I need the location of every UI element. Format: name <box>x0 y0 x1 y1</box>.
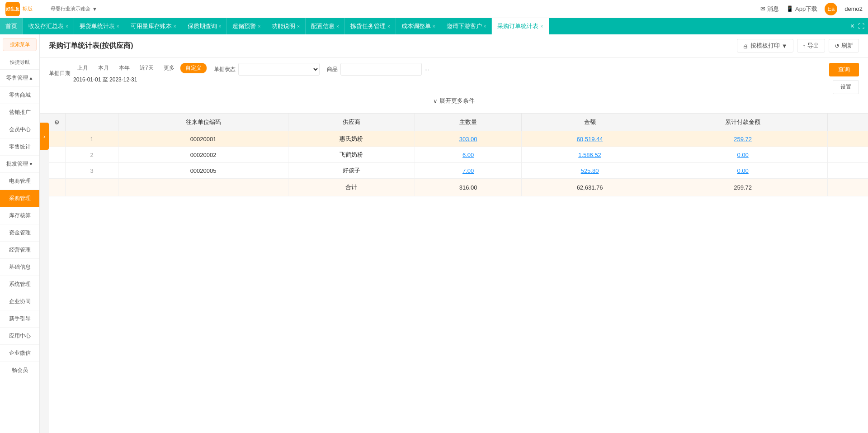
tab-shoufacollect-close[interactable]: × <box>66 24 68 29</box>
tab-invitedowner-close[interactable]: × <box>484 24 486 29</box>
refresh-button[interactable]: ↺ 刷新 <box>829 39 859 52</box>
sidebar-item-lingshoushangcheng[interactable]: 零售商城 <box>0 87 39 104</box>
row2-amount[interactable]: 1,586.52 <box>522 147 658 163</box>
collapse-filter-button[interactable]: › <box>40 123 49 150</box>
sidebar-item-changhui[interactable]: 畅会员 <box>0 362 39 379</box>
tab-yaohuodanstatistics[interactable]: 要货单统计表 × <box>74 18 125 34</box>
expand-filter-button[interactable]: ∨ 展开更多条件 <box>433 97 475 105</box>
sidebar-item-jingyingguan[interactable]: 经营管理 <box>0 242 39 259</box>
sidebar-item-zijinguan-label: 资金管理 <box>9 229 31 236</box>
date-shortcut-7days[interactable]: 近7天 <box>136 63 158 73</box>
tab-caigoustatistics-close[interactable]: × <box>540 24 543 29</box>
tab-home[interactable]: 首页 <box>0 18 23 34</box>
sidebar-item-xinshouyindao-label: 新手引导 <box>9 315 31 322</box>
tab-baozhi-label: 保质期查询 <box>188 22 217 30</box>
sidebar-item-huiyuan[interactable]: 会员中心 <box>0 121 39 138</box>
tab-shoufacollect[interactable]: 收发存汇总表 × <box>23 18 74 34</box>
main-layout: 搜索菜单 快捷导航 零售管理 ▲ 零售商城 营销推广 会员中心 零售统计 批发管… <box>0 34 868 433</box>
row1-main-qty[interactable]: 303.00 <box>415 131 522 147</box>
date-shortcuts: 上月 本月 本年 近7天 更多 自定义 <box>73 63 207 73</box>
row1-unit-code: 00020001 <box>118 131 288 147</box>
sidebar-item-lingshouguan-arrow: ▲ <box>29 76 33 81</box>
date-shortcut-more[interactable]: 更多 <box>160 63 179 73</box>
sidebar-item-xinshouyindao[interactable]: 新手引导 <box>0 310 39 328</box>
nav-expand-button[interactable]: ⛶ <box>858 23 864 30</box>
goods-ellipsis-icon[interactable]: ··· <box>425 66 429 73</box>
username[interactable]: demo2 <box>844 5 863 12</box>
sidebar-item-kucunhesuanl[interactable]: 库存核算 <box>0 207 39 224</box>
tab-gongneng[interactable]: 功能说明 × <box>266 18 306 34</box>
tab-baozhi-close[interactable]: × <box>219 24 222 29</box>
tab-chaochuyujing-close[interactable]: × <box>258 24 260 29</box>
sidebar-item-zijinguan[interactable]: 资金管理 <box>0 224 39 242</box>
row2-main-qty[interactable]: 6.00 <box>415 147 522 163</box>
message-button[interactable]: ✉ 消息 <box>760 5 779 13</box>
sidebar-item-changhui-label: 畅会员 <box>12 367 28 373</box>
tab-yaohuodanstatistics-label: 要货单统计表 <box>80 22 115 30</box>
workspace-name: 母婴行业演示账套 <box>51 5 90 12</box>
avatar: Ea <box>825 3 837 15</box>
tab-tuohuo-label: 拣货任务管理 <box>350 22 386 30</box>
workspace-selector[interactable]: 母婴行业演示账套 ▼ <box>51 5 97 12</box>
status-select[interactable] <box>238 63 320 76</box>
settings-button[interactable]: 设置 <box>833 80 859 94</box>
row3-amount[interactable]: 525.80 <box>522 163 658 179</box>
table-header-unit-code: 往来单位编码 <box>118 114 288 131</box>
tab-chengben[interactable]: 成本调整单 × <box>396 18 441 34</box>
message-icon: ✉ <box>760 5 765 12</box>
logo-area: 好生意 标版 <box>5 2 45 16</box>
sidebar-item-pifaguan[interactable]: 批发管理 ▼ <box>0 156 39 173</box>
sidebar-item-lingshouguan[interactable]: 零售管理 ▲ <box>0 70 39 87</box>
tab-tuohuo-close[interactable]: × <box>387 24 390 29</box>
row3-main-qty[interactable]: 7.00 <box>415 163 522 179</box>
sidebar-item-lingshoutj[interactable]: 零售统计 <box>0 138 39 156</box>
tab-yaohuodanstatistics-close[interactable]: × <box>117 24 119 29</box>
print-button[interactable]: 🖨 按模板打印 ▼ <box>737 39 793 52</box>
date-shortcut-this-year[interactable]: 本年 <box>115 63 134 73</box>
tab-gongneng-close[interactable]: × <box>297 24 300 29</box>
sidebar-item-qiyeweixin[interactable]: 企业微信 <box>0 345 39 362</box>
sidebar-item-xitongguanli-label: 系统管理 <box>9 281 31 287</box>
row3-paid-amount[interactable]: 0.00 <box>658 163 827 179</box>
row1-paid-amount[interactable]: 259.72 <box>658 131 827 147</box>
row2-paid-amount[interactable]: 0.00 <box>658 147 827 163</box>
search-menu-button[interactable]: 搜索菜单 <box>3 38 37 51</box>
export-button[interactable]: ↑ 导出 <box>797 39 826 52</box>
table-header-gear[interactable]: ⚙ <box>49 114 66 131</box>
sidebar-item-dianshang[interactable]: 电商管理 <box>0 173 39 190</box>
app-download-button[interactable]: 📱 App下载 <box>786 5 817 13</box>
date-shortcut-this-month[interactable]: 本月 <box>94 63 113 73</box>
sidebar-item-jichuxinxi[interactable]: 基础信息 <box>0 259 39 276</box>
sidebar-item-caigouguan[interactable]: 采购管理 <box>0 190 39 207</box>
tab-chengben-close[interactable]: × <box>433 24 435 29</box>
sidebar-quick-nav[interactable]: 快捷导航 <box>0 55 39 70</box>
tab-invitedowner[interactable]: 邀请下游客户 × <box>441 18 492 34</box>
print-label: 按模板打印 <box>750 42 780 50</box>
sidebar-item-qiyexietong[interactable]: 企业协同 <box>0 293 39 310</box>
nav-close-all-button[interactable]: × <box>850 22 854 30</box>
tab-chaochuyujing[interactable]: 超储预警 × <box>227 18 266 34</box>
date-shortcut-prev-month[interactable]: 上月 <box>73 63 92 73</box>
query-button[interactable]: 查询 <box>829 63 859 76</box>
date-shortcut-custom[interactable]: 自定义 <box>180 63 207 73</box>
tab-peizhi-close[interactable]: × <box>336 24 339 29</box>
sidebar-item-yingyongzhongxin[interactable]: 应用中心 <box>0 328 39 345</box>
tab-tuohuo[interactable]: 拣货任务管理 × <box>345 18 396 34</box>
sidebar-item-pifaguan-arrow: ▼ <box>29 162 33 167</box>
sidebar-item-yingxiaotuguan[interactable]: 营销推广 <box>0 104 39 121</box>
tab-baozhi[interactable]: 保质期查询 × <box>182 18 227 34</box>
sidebar-item-xitongguanli[interactable]: 系统管理 <box>0 276 39 293</box>
sidebar-search-area: 搜索菜单 <box>0 34 39 55</box>
tab-caigoustatistics[interactable]: 采购订单统计表 × <box>492 18 549 34</box>
goods-input[interactable] <box>340 63 422 76</box>
table-row: 1 00020001 惠氏奶粉 303.00 60,519.44 259.72 <box>49 131 868 147</box>
tab-keyongliang[interactable]: 可用量库存账本 × <box>125 18 182 34</box>
tab-keyongliang-close[interactable]: × <box>174 24 176 29</box>
tab-gongneng-label: 功能说明 <box>272 22 295 30</box>
footer-no <box>66 179 118 196</box>
table-area: ⚙ 往来单位编码 供应商 主数量 金额 累计付款金额 <box>49 114 868 433</box>
sidebar-item-qiyeweixin-label: 企业微信 <box>9 350 31 356</box>
print-icon: 🖨 <box>743 43 749 49</box>
row1-amount[interactable]: 60,519.44 <box>522 131 658 147</box>
tab-peizhi[interactable]: 配置信息 × <box>306 18 345 34</box>
